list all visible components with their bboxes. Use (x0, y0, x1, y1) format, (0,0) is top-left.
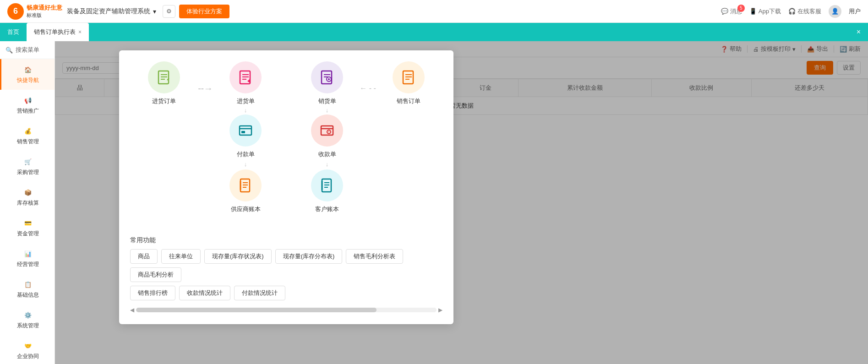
sidebar-search[interactable]: 🔍 搜索菜单 (0, 41, 55, 59)
arrow-down-sr: ↓ (298, 107, 356, 114)
sidebar-item-label-4: 库存核算 (17, 199, 39, 207)
message-action[interactable]: 💬 消息 5 (721, 7, 742, 16)
sidebar-item-marketing[interactable]: 📢 营销推广 (0, 90, 55, 120)
func-btns-row2: 销售排行榜 收款情况统计 付款情况统计 (130, 286, 442, 300)
common-funcs-title: 常用功能 (130, 236, 442, 244)
popup-scrollbar-thumb (136, 308, 377, 312)
arrow-down-pr: ↓ (216, 107, 275, 114)
sidebar-item-enterprise[interactable]: 🤝 企业协同 (0, 335, 55, 364)
system-title: 装备及固定资产辅助管理系统 (67, 7, 150, 16)
node-purchase-receipt-label: 进货单 (237, 97, 255, 105)
system-icon: ⚙️ (23, 310, 33, 320)
tab-sales-order[interactable]: 销售订单执行表 × (27, 23, 89, 41)
sales-icon: 💰 (23, 126, 33, 136)
sidebar: 🔍 搜索菜单 🏠 快捷导航 📢 营销推广 💰 销售管理 🛒 采购管理 📦 库存核… (0, 41, 55, 364)
func-btn-payment-stats[interactable]: 付款情况统计 (234, 286, 285, 300)
node-purchase-receipt[interactable]: 进货单 (216, 61, 275, 105)
purchase-receipt-icon (229, 61, 262, 93)
inventory-icon: 📦 (23, 187, 33, 197)
logo-icon: 6 (7, 3, 24, 20)
node-sales-receipt[interactable]: 销货单 (298, 61, 356, 105)
tab-close-icon[interactable]: × (78, 29, 82, 35)
func-btn-sales-margin[interactable]: 销售毛利分析表 (346, 249, 403, 264)
popup-scrollbar-area: ◀ ▶ (130, 307, 442, 313)
gear-button[interactable]: ⚙ (163, 5, 175, 18)
func-btn-counterpart[interactable]: 往来单位 (161, 249, 201, 264)
node-purchase-order[interactable]: 进货订单 (135, 61, 193, 105)
finance-icon: 💳 (23, 218, 33, 228)
sidebar-item-label-8: 系统管理 (17, 322, 39, 330)
sidebar-item-label-5: 资金管理 (17, 230, 39, 238)
node-sales-receipt-label: 销货单 (318, 97, 336, 105)
sidebar-item-label-1: 营销推广 (17, 107, 39, 115)
func-btn-receipt-stats[interactable]: 收款情况统计 (179, 286, 230, 300)
user-avatar[interactable]: 👤 (829, 5, 841, 18)
sales-receipt-icon (311, 61, 343, 93)
node-supplier-ledger[interactable]: 供应商账本 (216, 169, 275, 213)
sales-order-icon (393, 61, 425, 93)
brand-edition: 标准版 (27, 12, 62, 18)
svg-rect-20 (241, 131, 245, 133)
func-btn-goods-margin[interactable]: 商品毛利分析 (130, 267, 181, 282)
sidebar-item-purchase[interactable]: 🛒 采购管理 (0, 151, 55, 182)
scroll-left-icon[interactable]: ◀ (130, 307, 134, 313)
svg-rect-31 (321, 181, 323, 190)
sidebar-item-inventory[interactable]: 📦 库存核算 (0, 182, 55, 212)
node-supplier-ledger-label: 供应商账本 (231, 205, 261, 213)
app-download-action[interactable]: 📱 App下载 (749, 7, 781, 16)
system-dropdown-icon[interactable]: ▾ (153, 8, 156, 15)
sidebar-item-quick-nav[interactable]: 🏠 快捷导航 (0, 59, 55, 90)
func-btn-stock-dist[interactable]: 现存量(库存分布表) (275, 249, 343, 264)
logo-text: 畅康通好生意 标准版 (27, 4, 62, 18)
arrow-down-pay: ↓ (216, 161, 275, 168)
customer-ledger-icon (311, 169, 343, 201)
tab-home[interactable]: 首页 (0, 23, 27, 41)
operations-icon: 📊 (23, 249, 33, 259)
sidebar-item-label-0: 快捷导航 (17, 76, 39, 84)
func-btn-stock-status[interactable]: 现存量(库存状况表) (204, 249, 272, 264)
arrow-so-to-sr: ← - - (356, 74, 379, 92)
brand-name: 畅康通好生意 (27, 4, 62, 12)
quick-nav-icon: 🏠 (23, 65, 33, 75)
node-payment-label: 付款单 (237, 150, 255, 158)
basic-info-icon: 📋 (23, 279, 33, 289)
search-icon: 🔍 (5, 47, 13, 54)
online-service-label: 在线客服 (797, 7, 821, 16)
sidebar-item-basic-info[interactable]: 📋 基础信息 (0, 274, 55, 304)
message-icon: 💬 (721, 8, 728, 15)
logo-area: 6 畅康通好生意 标准版 (7, 3, 62, 20)
user-name[interactable]: 用户 (849, 7, 861, 16)
sidebar-item-label-3: 采购管理 (17, 168, 39, 176)
sidebar-item-sales[interactable]: 💰 销售管理 (0, 120, 55, 151)
enterprise-icon: 🤝 (23, 341, 33, 351)
quick-nav-popup: 进货订单 - - → 进货单 (119, 50, 453, 324)
tab-sales-order-label: 销售订单执行表 (34, 28, 76, 36)
node-payment[interactable]: 付款单 (216, 114, 275, 158)
header-right: 💬 消息 5 📱 App下载 🎧 在线客服 👤 用户 (721, 5, 861, 18)
sidebar-item-system[interactable]: ⚙️ 系统管理 (0, 304, 55, 335)
svg-rect-26 (240, 181, 241, 190)
node-receipt-label: 收款单 (318, 150, 336, 158)
app-icon: 📱 (749, 8, 757, 15)
func-btn-sales-rank[interactable]: 销售排行榜 (130, 286, 175, 300)
tab-bar-close-icon[interactable]: × (857, 28, 861, 36)
online-service-action[interactable]: 🎧 在线客服 (788, 7, 821, 16)
node-sales-order[interactable]: 销售订单 (379, 61, 438, 105)
tab-home-label: 首页 (7, 28, 19, 36)
func-btn-goods[interactable]: 商品 (130, 249, 158, 264)
search-label: 搜索菜单 (16, 46, 39, 54)
purchase-order-icon (148, 61, 180, 93)
popup-scrollbar[interactable] (136, 308, 437, 312)
node-customer-ledger[interactable]: 客户账本 (298, 169, 356, 213)
scroll-right-icon[interactable]: ▶ (438, 307, 442, 313)
node-receipt[interactable]: 收款单 (298, 114, 356, 158)
func-btns-row1: 商品 往来单位 现存量(库存状况表) 现存量(库存分布表) 销售毛利分析表 商品… (130, 249, 442, 282)
purchase-icon: 🛒 (23, 157, 33, 167)
try-industry-button[interactable]: 体验行业方案 (179, 5, 229, 18)
sidebar-item-label-2: 销售管理 (17, 138, 39, 146)
message-badge: 5 (737, 5, 745, 12)
node-sales-order-label: 销售订单 (397, 97, 420, 105)
sidebar-item-operations[interactable]: 📊 经营管理 (0, 243, 55, 274)
sidebar-item-finance[interactable]: 💳 资金管理 (0, 212, 55, 243)
popup-overlay[interactable]: 进货订单 - - → 进货单 (55, 41, 868, 364)
